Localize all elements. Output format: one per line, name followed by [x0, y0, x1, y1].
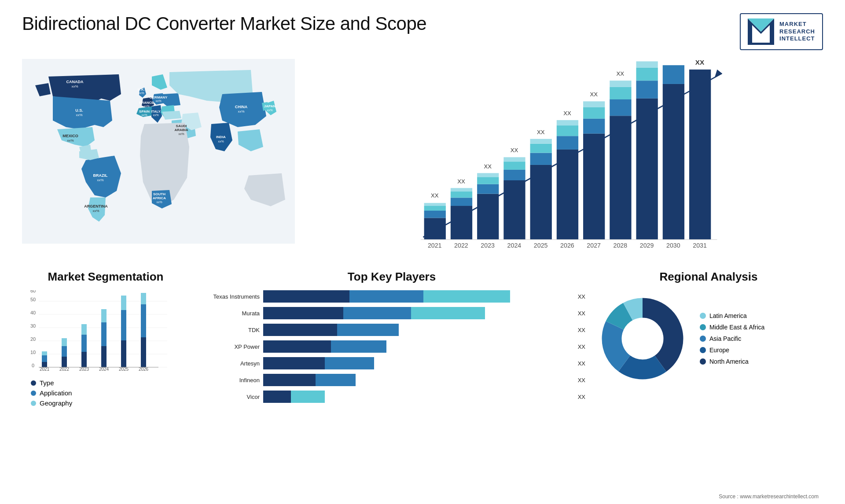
player-bar-ti-mid	[349, 290, 423, 303]
turkey-shape	[162, 111, 181, 120]
player-bar-ti	[263, 290, 572, 303]
player-bar-ti-dark	[263, 290, 349, 303]
japan-label: JAPAN	[264, 104, 276, 108]
seg-2023-app	[81, 335, 87, 352]
world-map-section: CANADA xx% U.S. xx% MEXICO xx% BRAZIL xx…	[22, 59, 295, 261]
header: Bidirectional DC Converter Market Size a…	[22, 13, 823, 50]
player-bar-vicor-dark	[263, 391, 291, 403]
player-bar-infineon	[263, 374, 572, 386]
player-name-artesyn: Artesyn	[198, 360, 260, 367]
year-2024: 2024	[507, 242, 522, 249]
brazil-pct: xx%	[97, 178, 103, 182]
year-2030: 2030	[666, 242, 680, 249]
regional-legend: Latin America Middle East & Africa Asia …	[700, 312, 764, 365]
bar-2028-layer1	[610, 116, 631, 239]
player-xx-ti: XX	[578, 293, 585, 300]
player-row-tdk: TDK XX	[198, 324, 585, 336]
xx-2023: XX	[484, 163, 492, 170]
seg-2026-app	[141, 304, 146, 337]
south-africa-label: SOUTH	[153, 192, 165, 196]
spain-label: SPAIN	[139, 110, 150, 113]
player-xx-artesyn: XX	[578, 360, 585, 367]
seg-2025-app	[121, 310, 126, 340]
application-label: Application	[40, 389, 72, 397]
year-2031: 2031	[693, 242, 707, 249]
bar-2027-layer1	[583, 134, 605, 240]
legend-asia-pacific: Asia Pacific	[700, 335, 764, 342]
player-row-infineon: Infineon XX	[198, 374, 585, 386]
year-2027: 2027	[587, 242, 601, 249]
bar-2026-layer2	[557, 136, 578, 150]
bar-2028-layer2	[610, 99, 631, 116]
bar-2024-layer1	[503, 180, 525, 240]
donut-center	[622, 318, 663, 359]
players-bars: Texas Instruments XX Murata	[198, 290, 585, 403]
seg-legend-geography: Geography	[31, 399, 189, 407]
seg-2023-geo	[81, 324, 87, 335]
player-bar-tdk-mid	[337, 324, 399, 336]
growth-bar-chart: 2021 XX 2022 XX 2023 XX	[312, 59, 823, 261]
donut-chart	[594, 290, 691, 387]
saudi-label2: ARABIA	[174, 128, 188, 132]
seg-2024-type	[101, 346, 107, 367]
south-africa-label2: AFRICA	[153, 196, 166, 200]
bar-2024-layer4	[503, 157, 525, 161]
year-2025: 2025	[534, 242, 548, 249]
bar-2021-layer4	[424, 203, 446, 206]
bar-2028-layer3	[610, 87, 631, 99]
player-bar-vicor-light	[291, 391, 325, 403]
china-label: CHINA	[235, 105, 248, 109]
xx-2025: XX	[537, 129, 545, 135]
seg-2023-type	[81, 352, 87, 367]
bar-chart-section: 2021 XX 2022 XX 2023 XX	[304, 59, 823, 261]
svg-text:20: 20	[30, 336, 36, 342]
year-2028: 2028	[614, 242, 628, 249]
player-bar-tdk-dark	[263, 324, 337, 336]
bar-2024-layer2	[503, 170, 525, 180]
svg-text:2021: 2021	[40, 367, 50, 372]
player-xx-vicor: XX	[578, 394, 585, 400]
japan-pct: xx%	[267, 109, 272, 112]
italy-label: ITALY	[151, 110, 161, 113]
seg-2022-geo	[62, 338, 67, 346]
player-bar-murata-mid	[343, 307, 411, 319]
logo-icon	[748, 18, 774, 45]
svg-text:2024: 2024	[99, 367, 109, 372]
bar-2023-layer3	[477, 177, 499, 184]
south-africa-pct: xx%	[156, 201, 162, 204]
player-row-ti: Texas Instruments XX	[198, 290, 585, 303]
italy-pct: xx%	[153, 113, 158, 117]
player-bar-artesyn-mid	[325, 357, 374, 369]
main-grid: CANADA xx% U.S. xx% MEXICO xx% BRAZIL xx…	[22, 59, 823, 407]
player-bar-tdk	[263, 324, 572, 336]
svg-text:2026: 2026	[139, 367, 149, 372]
svg-text:50: 50	[30, 297, 36, 302]
bar-2021-layer2	[424, 211, 446, 218]
xx-2022: XX	[457, 178, 465, 185]
player-name-ti: Texas Instruments	[198, 293, 260, 300]
player-row-artesyn: Artesyn XX	[198, 357, 585, 369]
svg-text:2023: 2023	[79, 367, 89, 372]
player-row-vicor: Vicor XX	[198, 391, 585, 403]
bar-2028-layer4	[610, 80, 631, 87]
canada-label: CANADA	[66, 80, 84, 84]
dot-asia-pacific	[700, 336, 706, 342]
india-label: INDIA	[216, 135, 226, 139]
seg-legend: Type Application Geography	[22, 379, 189, 407]
label-asia-pacific: Asia Pacific	[709, 335, 741, 342]
bar-2022-layer4	[451, 188, 472, 192]
argentina-label: ARGENTINA	[84, 204, 108, 208]
xx-2028: XX	[617, 70, 625, 77]
seg-legend-application: Application	[31, 389, 189, 397]
bottom-grid: Market Segmentation 0 10 20 30 40 50 60	[22, 270, 823, 407]
bar-2030-layer1	[663, 84, 684, 240]
bar-2026-layer3	[557, 125, 578, 136]
germany-label: GERMANY	[150, 95, 168, 99]
label-latin-america: Latin America	[709, 312, 747, 319]
seg-2026-geo	[141, 293, 146, 304]
player-row-xp: XP Power XX	[198, 340, 585, 353]
svg-text:0: 0	[32, 363, 34, 368]
bar-2027-layer4	[583, 101, 605, 107]
page-container: Bidirectional DC Converter Market Size a…	[0, 0, 845, 504]
seg-legend-type: Type	[31, 379, 189, 387]
